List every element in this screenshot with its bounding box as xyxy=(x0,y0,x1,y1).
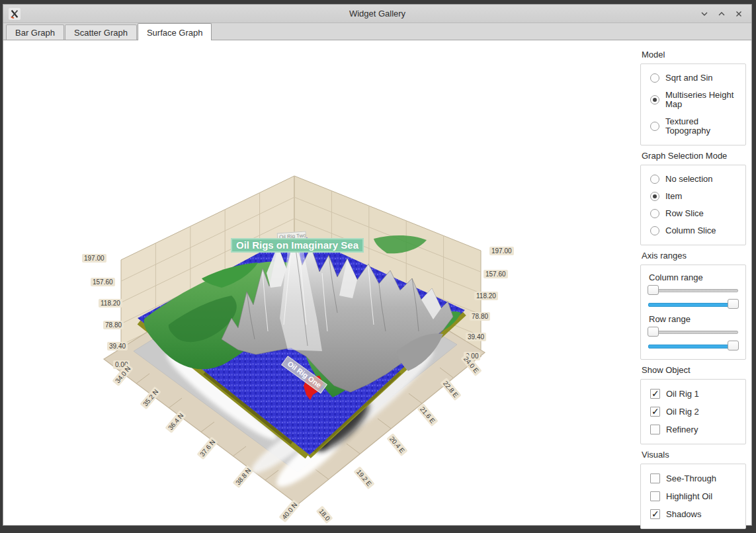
app-window: Widget Gallery Bar Graph Scatter Graph xyxy=(3,4,752,526)
column-range-min-slider[interactable] xyxy=(648,284,739,296)
close-button[interactable] xyxy=(730,6,747,22)
slider-handle[interactable] xyxy=(648,285,659,295)
checkbox-label: Oil Rig 2 xyxy=(666,407,699,417)
close-icon xyxy=(735,10,743,18)
radio-icon[interactable] xyxy=(650,209,659,218)
chevron-down-icon xyxy=(700,10,708,18)
radio-label: No selection xyxy=(665,175,713,184)
slider-groove-filled[interactable] xyxy=(648,345,738,348)
y-axis-tick: 157.60 xyxy=(91,278,115,286)
visuals-group: See-Through Highlight Oil Shadows xyxy=(640,464,746,529)
radio-label: Row Slice xyxy=(665,209,704,218)
checkbox-shadows[interactable]: Shadows xyxy=(646,505,740,523)
radio-label: Textured Topography xyxy=(665,117,739,136)
radio-label: Multiseries Height Map xyxy=(665,91,739,109)
checkbox-refinery[interactable]: Refinery xyxy=(646,421,740,438)
tab-bar: Bar Graph Scatter Graph Surface Graph xyxy=(3,23,751,40)
y-axis-tick: 39.40 xyxy=(466,333,486,341)
radio-icon-selected[interactable] xyxy=(650,95,659,104)
checkbox-checked-icon[interactable] xyxy=(650,509,660,519)
show-object-group: Oil Rig 1 Oil Rig 2 Refinery xyxy=(640,379,746,444)
y-axis-tick: 39.40 xyxy=(107,342,128,350)
radio-label: Column Slice xyxy=(665,226,716,235)
column-range-label: Column range xyxy=(646,270,740,284)
window-controls xyxy=(696,5,747,23)
graph-title: Oil Rigs on Imaginary Sea xyxy=(231,238,364,253)
tab-bar-graph[interactable]: Bar Graph xyxy=(6,24,64,40)
checkbox-icon[interactable] xyxy=(650,425,660,434)
show-object-heading: Show Object xyxy=(642,365,746,375)
checkbox-label: Highlight Oil xyxy=(666,492,712,501)
window-title: Widget Gallery xyxy=(3,9,751,19)
slider-handle[interactable] xyxy=(728,341,739,350)
radio-label: Sqrt and Sin xyxy=(665,73,713,83)
y-axis-tick: 118.20 xyxy=(99,299,122,308)
model-heading: Model xyxy=(642,50,746,60)
x-logo-icon xyxy=(10,9,19,19)
checkbox-oil-rig-2[interactable]: Oil Rig 2 xyxy=(646,403,740,421)
radio-icon[interactable] xyxy=(650,226,659,235)
checkbox-label: Shadows xyxy=(666,510,701,519)
radio-textured-topography[interactable]: Textured Topography xyxy=(646,113,740,140)
selection-mode-group: No selection Item Row Slice Column Slice xyxy=(640,165,746,245)
screen: { "window": { "title": "Widget Gallery",… xyxy=(0,0,756,533)
slider-groove[interactable] xyxy=(648,331,738,334)
checkbox-oil-rig-1[interactable]: Oil Rig 1 xyxy=(646,385,740,403)
title-bar[interactable]: Widget Gallery xyxy=(3,5,751,23)
y-axis-tick: 78.80 xyxy=(470,312,490,321)
minimize-button[interactable] xyxy=(696,6,713,22)
radio-icon[interactable] xyxy=(650,122,659,131)
checkbox-label: Refinery xyxy=(666,425,698,434)
row-range-max-slider[interactable] xyxy=(648,340,739,352)
checkbox-see-through[interactable]: See-Through xyxy=(646,470,740,487)
radio-row-slice[interactable]: Row Slice xyxy=(646,205,740,222)
y-axis-tick: 118.20 xyxy=(474,292,498,300)
tab-scatter-graph[interactable]: Scatter Graph xyxy=(65,24,137,40)
slider-handle[interactable] xyxy=(728,299,739,309)
tab-content: 197.00 157.60 118.20 78.80 39.40 0.00 19… xyxy=(3,40,751,525)
checkbox-checked-icon[interactable] xyxy=(650,389,660,399)
slider-handle[interactable] xyxy=(648,327,659,337)
visuals-heading: Visuals xyxy=(642,450,746,460)
selection-mode-heading: Graph Selection Mode xyxy=(642,151,746,161)
radio-icon[interactable] xyxy=(650,175,659,184)
maximize-button[interactable] xyxy=(713,6,730,22)
radio-multiseries-height-map[interactable]: Multiseries Height Map xyxy=(646,87,740,113)
radio-no-selection[interactable]: No selection xyxy=(646,171,740,188)
y-axis-tick: 78.80 xyxy=(103,321,124,329)
radio-label: Item xyxy=(665,192,682,201)
radio-icon-selected[interactable] xyxy=(650,192,659,201)
checkbox-label: See-Through xyxy=(666,474,716,483)
app-logo-icon[interactable] xyxy=(9,8,21,20)
axis-ranges-group: Column range Row range xyxy=(640,265,746,360)
y-axis-tick: 197.00 xyxy=(82,254,106,263)
radio-sqrt-and-sin[interactable]: Sqrt and Sin xyxy=(646,69,740,87)
radio-item[interactable]: Item xyxy=(646,188,740,205)
checkbox-highlight-oil[interactable]: Highlight Oil xyxy=(646,487,740,505)
chevron-up-icon xyxy=(718,10,726,18)
radio-column-slice[interactable]: Column Slice xyxy=(646,222,740,239)
checkbox-checked-icon[interactable] xyxy=(650,407,660,417)
model-group: Sqrt and Sin Multiseries Height Map Text… xyxy=(640,63,746,145)
checkbox-icon[interactable] xyxy=(650,491,660,501)
column-range-max-slider[interactable] xyxy=(648,298,739,310)
checkbox-icon[interactable] xyxy=(650,473,660,483)
slider-groove[interactable] xyxy=(648,289,738,292)
slider-groove-filled[interactable] xyxy=(648,303,738,307)
y-axis-tick: 197.00 xyxy=(489,247,514,255)
checkbox-label: Oil Rig 1 xyxy=(666,390,699,399)
control-panel: Model Sqrt and Sin Multiseries Height Ma… xyxy=(640,44,746,533)
row-range-min-slider[interactable] xyxy=(648,326,739,338)
surface-graph-viewport[interactable]: 197.00 157.60 118.20 78.80 39.40 0.00 19… xyxy=(3,40,640,525)
axis-ranges-heading: Axis ranges xyxy=(642,251,746,261)
radio-icon[interactable] xyxy=(650,73,659,83)
row-range-label: Row range xyxy=(646,312,740,325)
tab-surface-graph[interactable]: Surface Graph xyxy=(138,23,212,40)
y-axis-tick: 157.60 xyxy=(483,270,508,278)
